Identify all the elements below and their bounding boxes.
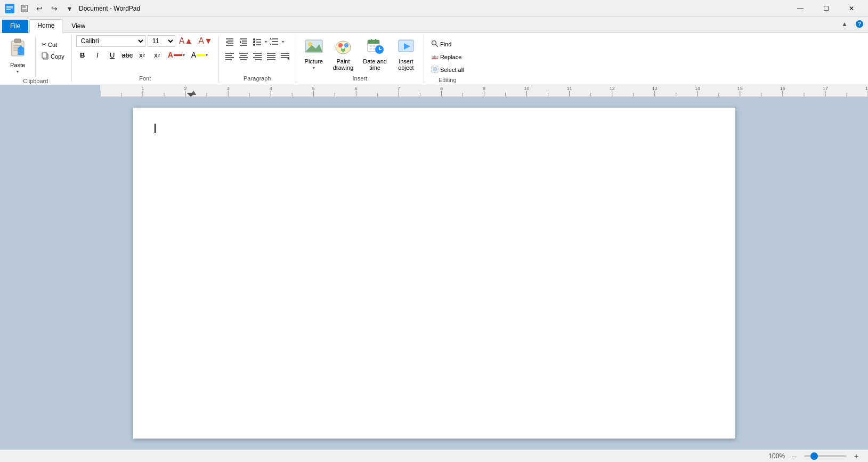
line-spacing-button[interactable] [268,35,281,48]
svg-text:3: 3 [227,86,230,91]
svg-text:15: 15 [737,86,743,91]
undo-button[interactable]: ↩ [33,2,46,15]
editing-group-content: Find ab ac Replace [428,35,467,76]
date-time-label: Date andtime [363,58,387,71]
align-right-button[interactable] [251,50,264,62]
collapse-ribbon-button[interactable]: ▲ [838,18,851,30]
increase-indent-button[interactable] [237,35,250,48]
svg-text:13: 13 [652,86,658,91]
text-color-icon: A [168,51,173,59]
select-all-button[interactable]: Select all [428,64,467,76]
align-left-button[interactable] [223,50,236,62]
text-color-button[interactable]: A ▾ [166,49,187,61]
paragraph-group: ▾ ▾ [219,35,296,83]
insert-group: Picture ▾ Paintdrawing [296,35,424,83]
highlight-button[interactable]: A ▾ [189,49,210,61]
svg-marker-38 [270,44,272,45]
insert-group-content: Picture ▾ Paintdrawing [301,35,419,74]
svg-point-64 [344,43,348,47]
svg-rect-2 [6,7,13,9]
bullet-list-button[interactable] [251,35,264,48]
paste-button[interactable]: Paste ▾ [4,35,31,77]
bullet-list-dropdown: ▾ [265,39,267,44]
document[interactable] [133,108,735,439]
font-size-select[interactable]: 11 [148,35,175,47]
svg-marker-37 [270,38,272,39]
font-family-select[interactable]: Calibri [76,35,145,47]
insert-object-button[interactable]: Insertobject [393,35,419,74]
underline-button[interactable]: U [106,48,119,61]
tab-home[interactable]: Home [29,19,62,33]
bold-button[interactable]: B [76,48,89,61]
zoom-out-button[interactable]: – [789,451,800,461]
ruler-left-margin [0,85,100,96]
find-button[interactable]: Find [428,38,454,50]
svg-rect-17 [42,53,47,58]
insert-object-icon [396,38,416,57]
maximize-button[interactable]: ☐ [814,0,838,17]
zoom-in-button[interactable]: + [851,451,862,461]
font-grow-button[interactable]: A▲ [177,36,195,46]
minimize-button[interactable]: — [788,0,813,17]
close-button[interactable]: ✕ [839,0,864,17]
svg-rect-69 [368,43,379,44]
paragraph-group-content: ▾ ▾ [223,35,291,74]
text-color-dropdown: ▾ [183,53,185,58]
svg-point-82 [432,41,436,45]
svg-rect-0 [5,4,14,13]
paragraph-group-label: Paragraph [223,74,291,83]
paste-section: Paste ▾ [4,35,36,77]
subscript-button[interactable]: x2 [136,48,149,61]
redo-button[interactable]: ↪ [48,2,61,15]
superscript-button[interactable]: x2 [151,48,164,61]
ruler-content: 1 2 3 4 5 6 7 8 [100,85,868,96]
help-button[interactable]: ? [853,18,866,30]
font-row1: Calibri 11 A▲ A▼ [76,35,214,47]
picture-button[interactable]: Picture ▾ [301,35,327,73]
svg-text:?: ? [858,21,861,27]
copy-button[interactable]: Copy [39,51,67,62]
svg-text:8: 8 [440,86,443,91]
font-shrink-button[interactable]: A▼ [197,36,214,46]
font-row2: B I U abc x2 x2 A ▾ A ▾ [76,48,210,61]
paint-drawing-button[interactable]: Paintdrawing [329,35,358,74]
italic-button[interactable]: I [91,48,104,61]
svg-rect-72 [370,45,372,47]
svg-text:2: 2 [184,86,187,91]
ltr-button[interactable] [279,50,291,62]
date-time-button[interactable]: Date andtime [359,35,391,74]
font-group-label: Font [76,74,214,83]
tab-view[interactable]: View [63,20,93,33]
align-center-button[interactable] [237,50,250,62]
replace-button[interactable]: ab ac Replace [428,51,464,63]
strikethrough-button[interactable]: abc [121,48,134,61]
ribbon: Paste ▾ ✂ Cut Copy [0,33,868,85]
svg-rect-73 [373,45,375,47]
font-group-content: Calibri 11 A▲ A▼ B I U abc x2 x2 A ▾ [76,35,214,74]
svg-point-32 [253,44,255,46]
title-bar: ↩ ↪ ▾ Document - WordPad — ☐ ✕ [0,0,868,17]
svg-rect-6 [22,9,27,11]
cut-copy-section: ✂ Cut Copy [39,35,67,77]
customize-qat-button[interactable]: ▾ [63,2,76,15]
document-area[interactable] [0,97,868,449]
svg-marker-27 [240,40,241,44]
svg-point-28 [253,38,255,40]
svg-text:4: 4 [270,86,272,91]
paint-drawing-icon [334,38,353,57]
save-button[interactable] [18,2,31,15]
zoom-slider[interactable] [804,455,847,457]
justify-button[interactable] [265,50,278,62]
picture-icon [304,38,323,57]
tab-file[interactable]: File [2,20,28,33]
svg-text:17: 17 [823,86,828,91]
svg-text:11: 11 [567,86,572,91]
svg-text:16: 16 [780,86,785,91]
picture-label: Picture [305,58,323,64]
svg-text:7: 7 [398,86,400,91]
title-bar-left: ↩ ↪ ▾ Document - WordPad [4,2,140,15]
ruler: 1 2 3 4 5 6 7 8 [0,85,868,97]
cut-button[interactable]: ✂ Cut [39,39,67,50]
paste-label: Paste [10,62,25,68]
decrease-indent-button[interactable] [223,35,236,48]
